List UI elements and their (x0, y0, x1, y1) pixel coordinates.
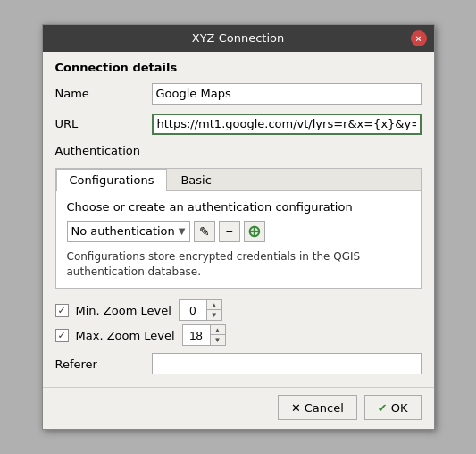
min-zoom-value[interactable] (180, 304, 206, 317)
max-zoom-down-button[interactable]: ▼ (211, 335, 225, 345)
url-row: URL (55, 114, 422, 135)
min-zoom-spinner: ▲ ▼ (179, 299, 222, 321)
max-zoom-checkbox[interactable] (55, 329, 69, 342)
titlebar: XYZ Connection × (43, 25, 434, 52)
cancel-icon: ✕ (291, 401, 301, 415)
min-zoom-down-button[interactable]: ▼ (207, 310, 221, 320)
auth-select-dropdown[interactable]: No authentication ▼ (67, 221, 190, 242)
tab-bar: Configurations Basic (56, 169, 421, 191)
dialog-footer: ✕ Cancel ✔ OK (43, 387, 434, 429)
auth-info-text: Configurations store encrypted credentia… (67, 249, 410, 280)
section-title: Connection details (55, 61, 422, 74)
max-zoom-spinner: ▲ ▼ (182, 324, 226, 346)
min-zoom-label: Min. Zoom Level (76, 304, 171, 317)
max-zoom-spinner-buttons: ▲ ▼ (210, 325, 225, 345)
tab-configurations[interactable]: Configurations (56, 169, 168, 191)
authentication-label: Authentication (55, 144, 422, 157)
name-row: Name (55, 83, 422, 105)
referer-row: Referer (55, 353, 422, 374)
max-zoom-up-button[interactable]: ▲ (211, 325, 225, 335)
edit-icon: ✎ (199, 224, 210, 239)
xyz-connection-dialog: XYZ Connection × Connection details Name… (42, 24, 435, 431)
name-label: Name (55, 87, 145, 100)
auth-select-value: No authentication (71, 224, 175, 238)
tab-area: Configurations Basic Choose or create an… (55, 168, 422, 290)
tab-content-configurations: Choose or create an authentication confi… (56, 191, 421, 289)
dialog-body: Connection details Name URL Authenticati… (43, 52, 434, 384)
referer-input[interactable] (152, 353, 422, 374)
auth-config-description: Choose or create an authentication confi… (67, 200, 410, 214)
zoom-section: Min. Zoom Level ▲ ▼ Max. Zoom Level ▲ ▼ (55, 299, 422, 346)
url-input[interactable] (152, 114, 422, 135)
edit-auth-button[interactable]: ✎ (194, 221, 215, 242)
ok-label: OK (391, 401, 408, 415)
minus-icon: − (225, 224, 232, 239)
min-zoom-up-button[interactable]: ▲ (207, 300, 221, 310)
auth-controls: No authentication ▼ ✎ − ⊕ (67, 221, 410, 242)
url-label: URL (55, 117, 145, 130)
ok-icon: ✔ (378, 401, 388, 415)
add-auth-button[interactable]: ⊕ (244, 221, 265, 242)
min-zoom-checkbox[interactable] (55, 304, 69, 317)
max-zoom-label: Max. Zoom Level (76, 329, 175, 342)
min-zoom-spinner-buttons: ▲ ▼ (206, 300, 221, 320)
max-zoom-value[interactable] (183, 329, 210, 342)
name-input[interactable] (152, 83, 422, 105)
tab-basic[interactable]: Basic (167, 169, 224, 190)
dialog-title: XYZ Connection (66, 31, 411, 45)
remove-auth-button[interactable]: − (219, 221, 240, 242)
max-zoom-row: Max. Zoom Level ▲ ▼ (55, 324, 422, 346)
min-zoom-row: Min. Zoom Level ▲ ▼ (55, 299, 422, 321)
referer-label: Referer (55, 357, 145, 371)
chevron-down-icon: ▼ (179, 226, 186, 236)
ok-button[interactable]: ✔ OK (364, 395, 422, 420)
cancel-button[interactable]: ✕ Cancel (278, 395, 357, 420)
cancel-label: Cancel (305, 401, 344, 415)
close-button[interactable]: × (411, 30, 427, 46)
plus-icon: ⊕ (247, 223, 261, 240)
